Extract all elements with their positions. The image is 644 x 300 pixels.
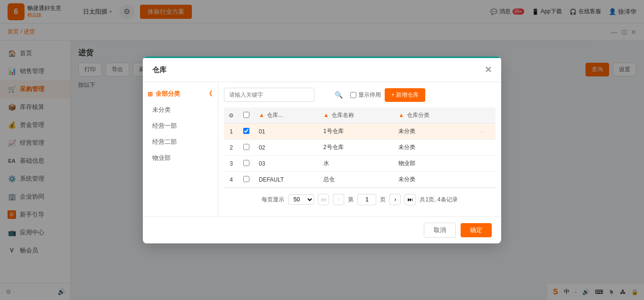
- row-code: DEFAULT: [254, 172, 319, 188]
- row-category: 未分类: [394, 124, 469, 140]
- row-checkbox-cell[interactable]: [239, 140, 254, 156]
- dialog-title: 仓库: [152, 66, 166, 75]
- search-wrap: 🔍: [224, 88, 347, 102]
- row-code: 03: [254, 156, 319, 172]
- table-row: 2 02 2号仓库 未分类: [224, 140, 495, 156]
- category-panel: ⊞ 全部分类 《 未分类 经营一部 经营二部 物业部: [143, 82, 218, 217]
- confirm-button[interactable]: 确定: [461, 223, 492, 237]
- category-item-property[interactable]: 物业部: [143, 150, 218, 166]
- row-code: 01: [254, 124, 319, 140]
- table-toolbar: 🔍 显示停用 + 新增仓库: [224, 88, 495, 102]
- row-more[interactable]: ···: [469, 124, 495, 140]
- col-settings-header[interactable]: ⚙: [224, 108, 239, 124]
- show-disabled-checkbox: 显示停用: [350, 91, 381, 99]
- row-num: 2: [224, 140, 239, 156]
- table-header-row: ⚙ ▲ 仓库... ▲ 仓库名称: [224, 108, 495, 124]
- search-input[interactable]: [224, 88, 314, 102]
- row-checkbox[interactable]: [243, 176, 249, 182]
- row-category: 物业部: [394, 156, 469, 172]
- add-warehouse-btn[interactable]: + 新增仓库: [385, 88, 425, 102]
- row-name: 水: [319, 156, 394, 172]
- sort-icon-name: ▲: [323, 112, 329, 118]
- table-row: 4 DEFAULT 总仓 未分类: [224, 172, 495, 188]
- search-icon[interactable]: 🔍: [335, 91, 343, 99]
- total-info: 共1页, 4条记录: [420, 196, 457, 204]
- dialog-footer: 取消 确定: [143, 217, 501, 243]
- settings-icon: ⚙: [229, 112, 234, 119]
- per-page-select[interactable]: 50 20 100: [288, 194, 314, 205]
- row-name: 2号仓库: [319, 140, 394, 156]
- page-label: 第: [348, 196, 354, 204]
- row-category: 未分类: [394, 172, 469, 188]
- row-num: 4: [224, 172, 239, 188]
- row-more[interactable]: [469, 172, 495, 188]
- sort-icon: ▲: [259, 112, 264, 118]
- row-checkbox-cell[interactable]: [239, 156, 254, 172]
- row-num: 3: [224, 156, 239, 172]
- category-item-unclassified[interactable]: 未分类: [143, 102, 218, 118]
- row-checkbox[interactable]: [243, 160, 249, 166]
- category-item-ops1[interactable]: 经营一部: [143, 118, 218, 134]
- next-page-btn[interactable]: ›: [389, 194, 401, 205]
- row-code: 02: [254, 140, 319, 156]
- collapse-icon[interactable]: 《: [206, 90, 212, 98]
- warehouse-table: ⚙ ▲ 仓库... ▲ 仓库名称: [224, 108, 495, 188]
- row-checkbox[interactable]: [243, 128, 249, 134]
- modal-overlay: 仓库 ✕ ⊞ 全部分类 《 未分类 经营一部 经营二部 物业部: [0, 0, 644, 300]
- prev-page-btn[interactable]: ‹: [333, 194, 344, 205]
- show-disabled-check[interactable]: [350, 92, 356, 98]
- row-checkbox-cell[interactable]: [239, 124, 254, 140]
- category-header: ⊞ 全部分类 《: [143, 86, 218, 102]
- table-row: 3 03 水 物业部: [224, 156, 495, 172]
- category-grid-icon: ⊞: [148, 91, 153, 98]
- col-code-header[interactable]: ▲ 仓库...: [254, 108, 319, 124]
- dialog-body: ⊞ 全部分类 《 未分类 经营一部 经营二部 物业部 🔍: [143, 82, 501, 217]
- all-category-label[interactable]: 全部分类: [156, 90, 180, 98]
- page-unit: 页: [380, 196, 386, 204]
- row-num: 1: [224, 124, 239, 140]
- table-row: 1 01 1号仓库 未分类 ···: [224, 124, 495, 140]
- table-body: 1 01 1号仓库 未分类 ··· 2 02 2号仓库 未分类 3 03 水 物…: [224, 124, 495, 188]
- col-category-header[interactable]: ▲ 仓库分类: [394, 108, 469, 124]
- per-page-label: 每页显示: [262, 196, 284, 204]
- row-checkbox-cell[interactable]: [239, 172, 254, 188]
- row-name: 总仓: [319, 172, 394, 188]
- row-checkbox[interactable]: [243, 144, 249, 150]
- col-checkbox-header[interactable]: [239, 108, 254, 124]
- dialog-close-btn[interactable]: ✕: [485, 65, 492, 75]
- col-name-header[interactable]: ▲ 仓库名称: [319, 108, 394, 124]
- show-disabled-label: 显示停用: [358, 91, 381, 99]
- page-number-input[interactable]: [357, 194, 376, 205]
- sort-icon-cat: ▲: [398, 112, 404, 118]
- row-more[interactable]: [469, 140, 495, 156]
- col-actions-header: [469, 108, 495, 124]
- cancel-button[interactable]: 取消: [424, 223, 456, 238]
- last-page-btn[interactable]: ⏭: [405, 194, 416, 205]
- dialog-header: 仓库 ✕: [143, 58, 501, 82]
- row-more[interactable]: [469, 156, 495, 172]
- row-name: 1号仓库: [319, 124, 394, 140]
- pagination: 每页显示 50 20 100 ⏮ ‹ 第 页 › ⏭ 共1页, 4条记录: [224, 188, 495, 211]
- select-all-checkbox[interactable]: [243, 112, 249, 118]
- first-page-btn[interactable]: ⏮: [318, 194, 329, 205]
- row-category: 未分类: [394, 140, 469, 156]
- warehouse-dialog: 仓库 ✕ ⊞ 全部分类 《 未分类 经营一部 经营二部 物业部: [143, 57, 501, 243]
- category-item-ops2[interactable]: 经营二部: [143, 134, 218, 150]
- table-panel: 🔍 显示停用 + 新增仓库 ⚙: [218, 82, 501, 217]
